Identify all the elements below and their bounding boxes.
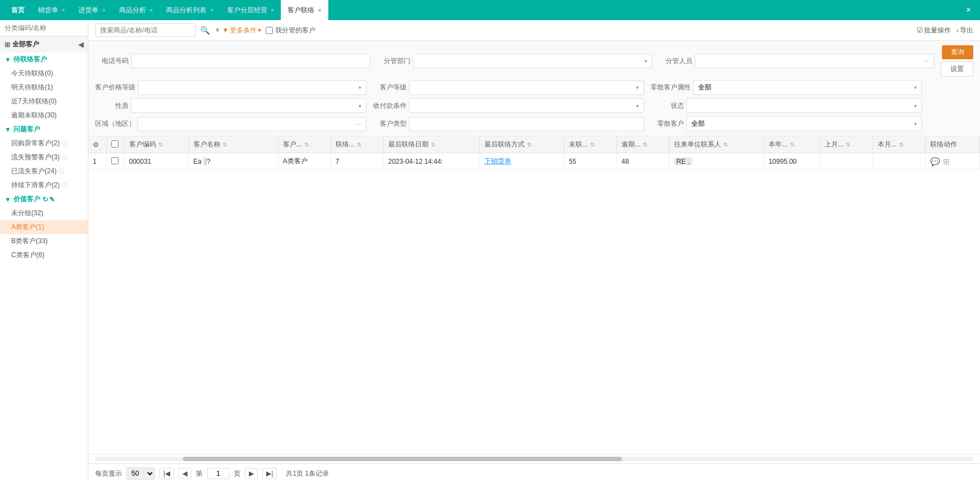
first-page-button[interactable]: |◀ bbox=[159, 468, 174, 479]
sidebar-item-class-c[interactable]: C类客户(6) bbox=[0, 248, 88, 262]
sort-last-method-icon[interactable]: ⇅ bbox=[527, 141, 531, 148]
value-refresh-icon[interactable]: ↻ bbox=[43, 196, 48, 203]
batch-ops-link[interactable]: ☑ 批量操作 bbox=[917, 26, 951, 35]
more-conditions-button[interactable]: ▼ ▼ 更多条件 ▾ bbox=[214, 26, 261, 35]
status-dropdown[interactable]: ▾ bbox=[686, 98, 922, 113]
sidebar-group-value[interactable]: ▼ 价值客户 ↻ ✎ bbox=[0, 192, 88, 206]
nav-sales-close[interactable]: × bbox=[62, 7, 65, 13]
sidebar-item-7days[interactable]: 近7天待联络(0) bbox=[0, 94, 88, 108]
last-contact-method-link[interactable]: 下销货单 bbox=[484, 157, 511, 165]
sort-this-month-icon[interactable]: ⇅ bbox=[899, 141, 903, 148]
query-button[interactable]: 查询 bbox=[942, 45, 973, 59]
scroll-thumb[interactable] bbox=[183, 457, 622, 461]
page-input[interactable] bbox=[207, 468, 229, 479]
th-this-month-label: 本月... bbox=[878, 140, 897, 149]
customer-level-label: 客户等级 bbox=[373, 83, 407, 92]
filter-scattered: 零散客户 全部▾ bbox=[651, 116, 922, 131]
sidebar-group-problem[interactable]: ▼ 问题客户 bbox=[0, 122, 88, 136]
status-label: 状态 bbox=[651, 101, 684, 111]
sidebar-item-overdue[interactable]: 逾期未联络(30) bbox=[0, 108, 88, 122]
sidebar-item-unclassified[interactable]: 未分组(32) bbox=[0, 206, 88, 220]
last-page-button[interactable]: ▶| bbox=[262, 468, 277, 479]
row-checkbox[interactable] bbox=[111, 157, 119, 164]
filter-scattered-attr: 零散客户属性 全部▾ bbox=[651, 80, 922, 95]
customer-type-label: 客户类型 bbox=[373, 119, 407, 129]
filter-region: 区域（地区） ··· bbox=[95, 117, 366, 131]
phone-input[interactable] bbox=[131, 54, 370, 68]
next-page-button[interactable]: ▶ bbox=[245, 468, 258, 479]
settings-button[interactable]: 设置 bbox=[941, 61, 973, 77]
grid-action-icon[interactable]: ⊞ bbox=[943, 157, 950, 166]
export-icon: ↓ bbox=[955, 26, 959, 34]
sort-year-amount-icon[interactable]: ⇅ bbox=[790, 141, 794, 148]
price-level-arrow: ▾ bbox=[359, 84, 361, 91]
scattered-attr-dropdown[interactable]: 全部▾ bbox=[693, 80, 922, 95]
nav-close-all[interactable]: × bbox=[962, 5, 976, 15]
person-input[interactable]: ··· bbox=[695, 54, 934, 68]
region-input[interactable]: ··· bbox=[138, 117, 366, 131]
sidebar-item-tomorrow[interactable]: 明天待联络(1) bbox=[0, 80, 88, 94]
action-buttons: 查询 设置 bbox=[941, 45, 973, 77]
search-button[interactable]: 🔍 bbox=[200, 26, 210, 35]
sidebar-item-class-b[interactable]: B类客户(33) bbox=[0, 234, 88, 248]
pending-arrow-icon: ▼ bbox=[4, 56, 11, 64]
prev-page-button[interactable]: ◀ bbox=[178, 468, 191, 479]
sidebar-item-declining[interactable]: 持续下滑客户(2) ⓘ bbox=[0, 178, 88, 192]
sidebar-item-churn-warning[interactable]: 流失预警客户(3) ⓘ bbox=[0, 150, 88, 164]
sidebar-item-churned[interactable]: 已流失客户(24) ⓘ bbox=[0, 164, 88, 178]
sidebar-item-today[interactable]: 今天待联络(0) bbox=[0, 67, 88, 80]
comment-icon[interactable]: 💬 bbox=[930, 157, 940, 166]
settings-icon[interactable]: ⚙ bbox=[93, 141, 99, 149]
scattered-dropdown[interactable]: 全部▾ bbox=[686, 116, 922, 131]
sort-last-date-icon[interactable]: ⇅ bbox=[431, 141, 435, 148]
nature-dropdown[interactable]: ▾ bbox=[131, 98, 366, 113]
sort-contact-count-icon[interactable]: ⇅ bbox=[357, 141, 361, 148]
nav-sales[interactable]: 销货单 × bbox=[31, 0, 72, 20]
nav-goods-analysis-close[interactable]: × bbox=[149, 7, 153, 13]
grid-icon: ⊞ bbox=[4, 41, 10, 49]
nav-customer-segment[interactable]: 客户分层经营 × bbox=[220, 0, 281, 20]
th-not-contact-label: 未联... bbox=[569, 140, 588, 149]
payment-dropdown[interactable]: ▾ bbox=[409, 98, 644, 113]
sort-code-icon[interactable]: ⇅ bbox=[158, 141, 163, 148]
nav-goods-analysis-list[interactable]: 商品分析列表 × bbox=[159, 0, 220, 20]
nav-home[interactable]: 首页 bbox=[4, 0, 31, 20]
nav-purchase-close[interactable]: × bbox=[102, 7, 105, 13]
filter-row-2: 客户价格等级 ▾ 客户等级 ▾ 零散客户属性 全部▾ bbox=[95, 80, 973, 95]
export-link[interactable]: ↓ 导出 bbox=[955, 26, 973, 35]
select-all-checkbox[interactable] bbox=[111, 140, 119, 148]
sort-overdue-icon[interactable]: ⇅ bbox=[643, 141, 647, 148]
sort-not-contact-icon[interactable]: ⇅ bbox=[590, 141, 595, 148]
problem-arrow-icon: ▼ bbox=[4, 126, 11, 134]
sidebar-all-customers[interactable]: ⊞ 全部客户 ◀ bbox=[0, 36, 88, 53]
nav-customer-segment-close[interactable]: × bbox=[271, 7, 274, 13]
nav-purchase[interactable]: 进货单 × bbox=[72, 0, 112, 20]
nav-goods-analysis-list-close[interactable]: × bbox=[210, 7, 213, 13]
td-contact-count: 7 bbox=[331, 153, 383, 170]
table-header-row: ⚙ 客户编码⇅ 客户名称⇅ 客户...⇅ bbox=[88, 136, 980, 153]
dept-dropdown[interactable]: ▾ bbox=[413, 54, 652, 68]
sidebar-item-class-a[interactable]: A类客户(1) bbox=[0, 220, 88, 234]
nav-customer-contact[interactable]: 客户联络 × bbox=[281, 0, 328, 20]
nav-customer-contact-close[interactable]: × bbox=[318, 7, 321, 13]
sidebar-collapse-icon[interactable]: ◀ bbox=[78, 41, 83, 49]
sidebar-group-pending[interactable]: ▼ 待联络客户 bbox=[0, 53, 88, 67]
sort-unit-contact-icon[interactable]: ⇅ bbox=[723, 141, 728, 148]
sidebar-item-repurchase-abnormal[interactable]: 回购异常客户(2) ⓘ bbox=[0, 136, 88, 150]
sort-last-month-icon[interactable]: ⇅ bbox=[846, 141, 850, 148]
sort-name-icon[interactable]: ⇅ bbox=[223, 141, 227, 148]
sidebar-search-input[interactable] bbox=[4, 24, 88, 32]
my-customers-checkbox[interactable] bbox=[266, 27, 273, 34]
value-edit-icon[interactable]: ✎ bbox=[49, 196, 55, 203]
table-footer: 每页显示 50 100 200 |◀ ◀ 第 页 ▶ ▶| 共1页 1条记录 bbox=[88, 463, 980, 483]
th-name-label: 客户名称 bbox=[194, 140, 220, 149]
nav-goods-analysis[interactable]: 商品分析 × bbox=[112, 0, 159, 20]
customer-type-input[interactable] bbox=[409, 117, 644, 131]
sort-customer-type-icon[interactable]: ⇅ bbox=[304, 141, 309, 148]
horizontal-scrollbar[interactable] bbox=[88, 454, 980, 463]
search-input[interactable] bbox=[95, 23, 196, 37]
price-level-dropdown[interactable]: ▾ bbox=[138, 80, 366, 95]
per-page-select[interactable]: 50 100 200 bbox=[126, 467, 155, 480]
customer-level-dropdown[interactable]: ▾ bbox=[409, 80, 644, 95]
dept-label: 分管部门 bbox=[377, 56, 411, 66]
